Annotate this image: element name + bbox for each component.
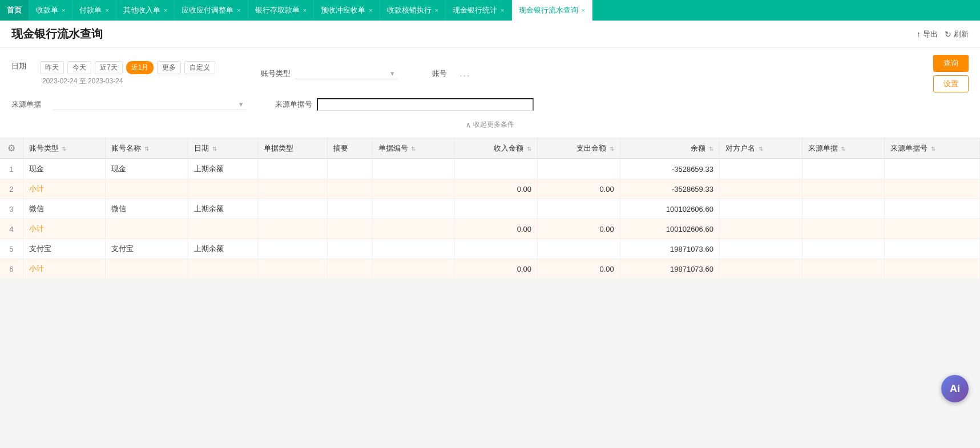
td-doc-no — [372, 159, 455, 179]
td-summary — [328, 159, 373, 179]
td-account-name — [106, 219, 188, 239]
collapse-bar[interactable]: ∧ 收起更多条件 — [11, 116, 969, 131]
td-account-name — [106, 179, 188, 199]
td-balance: -3528659.33 — [620, 159, 719, 179]
th-summary-label: 摘要 — [333, 144, 348, 152]
export-button[interactable]: ↑ 导出 — [917, 29, 938, 39]
sort-icon-2: ⇅ — [144, 146, 149, 152]
nav-tab-6[interactable]: 收款核销执行 × — [380, 0, 446, 21]
nav-tab-0[interactable]: 收款单 × — [29, 0, 72, 21]
td-src-doc — [802, 259, 885, 279]
query-button[interactable]: 查询 — [933, 55, 969, 72]
nav-tab-5[interactable]: 预收冲应收单 × — [314, 0, 380, 21]
refresh-button[interactable]: ↻ 刷新 — [945, 29, 969, 39]
sort-icon-1: ⇅ — [62, 146, 66, 152]
date-btn-1month[interactable]: 近1月 — [126, 61, 154, 74]
td-counterpart — [719, 159, 802, 179]
td-income — [455, 199, 538, 219]
account-type-select[interactable]: ▾ — [295, 68, 398, 79]
td-expense — [538, 199, 620, 219]
date-btn-yesterday[interactable]: 昨天 — [40, 61, 64, 74]
account-dots[interactable]: ... — [459, 68, 470, 79]
page-title: 现金银行流水查询 — [11, 26, 103, 42]
td-account-type: 小计 — [23, 179, 106, 199]
nav-tab-close-6[interactable]: × — [435, 7, 438, 14]
nav-tab-3[interactable]: 应收应付调整单 × — [175, 0, 248, 21]
th-account-type[interactable]: 账号类型 ⇅ — [23, 138, 106, 159]
td-account-name: 支付宝 — [106, 239, 188, 259]
td-counterpart — [719, 259, 802, 279]
nav-tab-1[interactable]: 付款单 × — [72, 0, 116, 21]
nav-tab-close-1[interactable]: × — [105, 7, 108, 14]
td-counterpart — [719, 219, 802, 239]
date-filter-group: 日期 昨天 今天 近7天 近1月 更多 自定义 2023-02-24 至 202… — [11, 61, 215, 86]
td-src-doc — [802, 219, 885, 239]
td-summary — [328, 259, 373, 279]
sort-icon-12: ⇅ — [931, 146, 935, 152]
action-buttons: 查询 设置 — [933, 55, 969, 92]
table-row[interactable]: 6 小计 0.00 0.00 19871073.60 — [0, 259, 980, 279]
date-btn-7days[interactable]: 近7天 — [95, 61, 123, 74]
td-income — [455, 239, 538, 259]
th-settings[interactable]: ⚙ — [0, 138, 23, 159]
table-row[interactable]: 3 微信 微信 上期余额 100102606.60 — [0, 199, 980, 219]
table-row[interactable]: 1 现金 现金 上期余额 -3528659.33 — [0, 159, 980, 179]
td-balance: -3528659.33 — [620, 179, 719, 199]
source-doc-no-input[interactable] — [317, 98, 534, 111]
nav-tab-2[interactable]: 其他收入单 × — [116, 0, 175, 21]
th-date-label: 日期 — [194, 144, 209, 152]
th-balance[interactable]: 余额 ⇅ — [620, 138, 719, 159]
nav-tab-close-8[interactable]: × — [582, 7, 585, 14]
td-src-doc-no — [885, 199, 980, 219]
td-summary — [328, 199, 373, 219]
table-row[interactable]: 5 支付宝 支付宝 上期余额 19871073.60 — [0, 239, 980, 259]
chevron-down-icon-2: ▾ — [239, 100, 243, 108]
nav-tab-7[interactable]: 现金银行统计 × — [446, 0, 511, 21]
td-date: 上期余额 — [188, 239, 258, 259]
sort-icon-6: ⇅ — [411, 146, 416, 152]
td-src-doc-no — [885, 179, 980, 199]
nav-tab-close-2[interactable]: × — [164, 7, 167, 14]
td-counterpart — [719, 239, 802, 259]
th-date[interactable]: 日期 ⇅ — [188, 138, 258, 159]
th-src-doc-no[interactable]: 来源单据号 ⇅ — [885, 138, 980, 159]
th-src-doc[interactable]: 来源单据 ⇅ — [802, 138, 885, 159]
table-row[interactable]: 4 小计 0.00 0.00 100102606.60 — [0, 219, 980, 239]
sort-icon-9: ⇅ — [709, 146, 713, 152]
th-account-name[interactable]: 账号名称 ⇅ — [106, 138, 188, 159]
date-btn-more[interactable]: 更多 — [157, 61, 181, 74]
nav-tab-close-0[interactable]: × — [62, 7, 65, 14]
th-summary[interactable]: 摘要 — [328, 138, 373, 159]
td-account-type: 小计 — [23, 259, 106, 279]
th-income-label: 收入金额 — [494, 144, 523, 152]
td-balance: 100102606.60 — [620, 199, 719, 219]
nav-tab-close-3[interactable]: × — [237, 7, 240, 14]
filter-area: 日期 昨天 今天 近7天 近1月 更多 自定义 2023-02-24 至 202… — [0, 48, 980, 138]
td-counterpart — [719, 199, 802, 219]
data-table: ⚙ 账号类型 ⇅ 账号名称 ⇅ 日期 ⇅ 单据类型 摘要 — [0, 138, 980, 279]
table-container: ⚙ 账号类型 ⇅ 账号名称 ⇅ 日期 ⇅ 单据类型 摘要 — [0, 138, 980, 279]
nav-tab-8[interactable]: 现金银行流水查询 × — [512, 0, 592, 21]
source-doc-no-group: 来源单据号 — [275, 98, 534, 111]
export-label: 导出 — [923, 29, 938, 39]
nav-tab-label-5: 预收冲应收单 — [321, 5, 365, 15]
th-counterpart[interactable]: 对方户名 ⇅ — [719, 138, 802, 159]
date-btn-today[interactable]: 今天 — [67, 61, 91, 74]
th-doc-type[interactable]: 单据类型 — [258, 138, 328, 159]
nav-tab-close-5[interactable]: × — [369, 7, 372, 14]
table-row[interactable]: 2 小计 0.00 0.00 -3528659.33 — [0, 179, 980, 199]
settings-button[interactable]: 设置 — [933, 75, 969, 92]
nav-tab-close-4[interactable]: × — [303, 7, 306, 14]
gear-icon[interactable]: ⚙ — [7, 143, 15, 153]
nav-tab-4[interactable]: 银行存取款单 × — [248, 0, 314, 21]
th-expense[interactable]: 支出金额 ⇅ — [538, 138, 620, 159]
td-doc-type — [258, 219, 328, 239]
th-income[interactable]: 收入金额 ⇅ — [455, 138, 538, 159]
td-date: 上期余额 — [188, 199, 258, 219]
nav-tab-close-7[interactable]: × — [501, 7, 504, 14]
th-doc-no[interactable]: 单据编号 ⇅ — [372, 138, 455, 159]
nav-home[interactable]: 首页 — [0, 0, 29, 21]
date-btn-custom[interactable]: 自定义 — [184, 61, 215, 74]
source-doc-select[interactable]: ▾ — [53, 99, 247, 110]
td-expense: 0.00 — [538, 219, 620, 239]
